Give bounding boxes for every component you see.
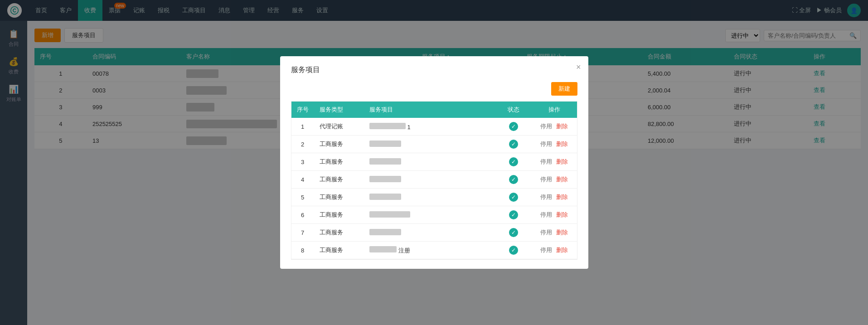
modal-cell-status: ✓ bbox=[495, 189, 532, 206]
modal-col-type: 服务类型 bbox=[314, 102, 364, 118]
modal-close-button[interactable]: × bbox=[576, 63, 581, 72]
status-check-icon: ✓ bbox=[509, 140, 518, 149]
modal-cell-item: 注册 bbox=[364, 242, 495, 259]
modal-table-row: 3 工商服务 ✓ 停用 删除 bbox=[291, 153, 577, 171]
status-check-icon: ✓ bbox=[509, 157, 518, 166]
stop-button[interactable]: 停用 bbox=[540, 211, 552, 218]
stop-button[interactable]: 停用 bbox=[540, 229, 552, 236]
modal-toolbar: 新建 bbox=[291, 82, 577, 96]
modal-cell-num: 3 bbox=[291, 153, 314, 171]
delete-button[interactable]: 删除 bbox=[556, 211, 568, 218]
modal-cell-type: 工商服务 bbox=[314, 153, 364, 171]
modal-col-action: 操作 bbox=[532, 102, 577, 118]
service-items-table: 序号 服务类型 服务项目 状态 操作 1 代理记账 1 ✓ 停用 删除 2 工商… bbox=[291, 102, 577, 259]
delete-button[interactable]: 删除 bbox=[556, 229, 568, 236]
modal-cell-item: 1 bbox=[364, 118, 495, 136]
modal-cell-type: 工商服务 bbox=[314, 224, 364, 242]
modal-cell-num: 2 bbox=[291, 136, 314, 153]
stop-button[interactable]: 停用 bbox=[540, 194, 552, 200]
modal-table-row: 2 工商服务 ✓ 停用 删除 bbox=[291, 136, 577, 153]
modal-cell-item bbox=[364, 224, 495, 242]
modal-col-status: 状态 bbox=[495, 102, 532, 118]
modal-cell-item bbox=[364, 189, 495, 206]
status-check-icon: ✓ bbox=[509, 193, 518, 202]
status-check-icon: ✓ bbox=[509, 246, 518, 255]
modal-cell-status: ✓ bbox=[495, 206, 532, 224]
modal-table-row: 7 工商服务 ✓ 停用 删除 bbox=[291, 224, 577, 242]
modal-table-row: 5 工商服务 ✓ 停用 删除 bbox=[291, 189, 577, 206]
modal-dialog: × 服务项目 新建 序号 服务类型 服务项目 状态 操作 1 代理记账 1 bbox=[280, 56, 588, 269]
modal-col-num: 序号 bbox=[291, 102, 314, 118]
modal-cell-status: ✓ bbox=[495, 118, 532, 136]
modal-cell-action: 停用 删除 bbox=[532, 224, 577, 242]
modal-cell-status: ✓ bbox=[495, 242, 532, 259]
stop-button[interactable]: 停用 bbox=[540, 176, 552, 183]
stop-button[interactable]: 停用 bbox=[540, 141, 552, 147]
modal-cell-status: ✓ bbox=[495, 153, 532, 171]
modal-cell-item bbox=[364, 136, 495, 153]
modal-table-row: 1 代理记账 1 ✓ 停用 删除 bbox=[291, 118, 577, 136]
modal-cell-num: 8 bbox=[291, 242, 314, 259]
status-check-icon: ✓ bbox=[509, 228, 518, 237]
modal-cell-num: 5 bbox=[291, 189, 314, 206]
stop-button[interactable]: 停用 bbox=[540, 247, 552, 253]
delete-button[interactable]: 删除 bbox=[556, 247, 568, 253]
stop-button[interactable]: 停用 bbox=[540, 123, 552, 130]
modal-cell-action: 停用 删除 bbox=[532, 189, 577, 206]
modal-cell-status: ✓ bbox=[495, 224, 532, 242]
modal-cell-action: 停用 删除 bbox=[532, 118, 577, 136]
modal-cell-type: 代理记账 bbox=[314, 118, 364, 136]
modal-new-button[interactable]: 新建 bbox=[551, 82, 577, 96]
status-check-icon: ✓ bbox=[509, 210, 518, 219]
modal-cell-action: 停用 删除 bbox=[532, 136, 577, 153]
modal-cell-item bbox=[364, 206, 495, 224]
modal-table-row: 8 工商服务 注册 ✓ 停用 删除 bbox=[291, 242, 577, 259]
modal-cell-item bbox=[364, 153, 495, 171]
modal-cell-num: 4 bbox=[291, 171, 314, 189]
modal-cell-status: ✓ bbox=[495, 171, 532, 189]
modal-cell-num: 1 bbox=[291, 118, 314, 136]
modal-title: 服务项目 bbox=[291, 65, 577, 75]
modal-table-row: 4 工商服务 ✓ 停用 删除 bbox=[291, 171, 577, 189]
modal-cell-num: 7 bbox=[291, 224, 314, 242]
status-check-icon: ✓ bbox=[509, 122, 518, 131]
modal-cell-action: 停用 删除 bbox=[532, 153, 577, 171]
modal-cell-status: ✓ bbox=[495, 136, 532, 153]
delete-button[interactable]: 删除 bbox=[556, 194, 568, 200]
modal-table-wrap: 序号 服务类型 服务项目 状态 操作 1 代理记账 1 ✓ 停用 删除 2 工商… bbox=[291, 101, 577, 260]
stop-button[interactable]: 停用 bbox=[540, 158, 552, 165]
delete-button[interactable]: 删除 bbox=[556, 158, 568, 165]
delete-button[interactable]: 删除 bbox=[556, 141, 568, 147]
modal-cell-action: 停用 删除 bbox=[532, 206, 577, 224]
modal-cell-type: 工商服务 bbox=[314, 206, 364, 224]
modal-cell-type: 工商服务 bbox=[314, 189, 364, 206]
modal-cell-action: 停用 删除 bbox=[532, 242, 577, 259]
status-check-icon: ✓ bbox=[509, 175, 518, 184]
delete-button[interactable]: 删除 bbox=[556, 176, 568, 183]
modal-table-row: 6 工商服务 ✓ 停用 删除 bbox=[291, 206, 577, 224]
modal-cell-type: 工商服务 bbox=[314, 171, 364, 189]
modal-cell-action: 停用 删除 bbox=[532, 171, 577, 189]
modal-cell-type: 工商服务 bbox=[314, 136, 364, 153]
modal-cell-item bbox=[364, 171, 495, 189]
modal-overlay[interactable]: × 服务项目 新建 序号 服务类型 服务项目 状态 操作 1 代理记账 1 bbox=[0, 0, 868, 325]
modal-cell-num: 6 bbox=[291, 206, 314, 224]
modal-col-item: 服务项目 bbox=[364, 102, 495, 118]
delete-button[interactable]: 删除 bbox=[556, 123, 568, 130]
modal-cell-type: 工商服务 bbox=[314, 242, 364, 259]
